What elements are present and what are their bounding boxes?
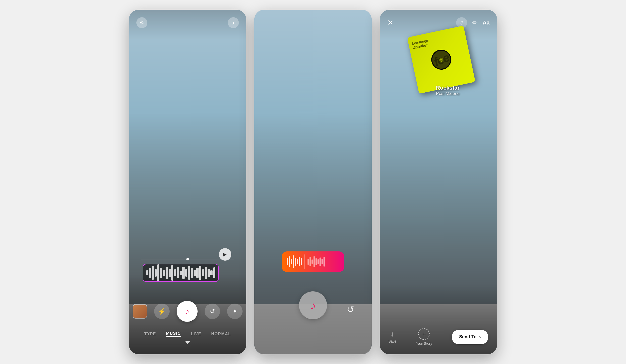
your-story-label: Your Story [416,342,432,346]
mode-music[interactable]: MUSIC [166,331,181,337]
pen-icon[interactable]: ✏ [472,19,478,27]
save-button[interactable]: ↓ Save [388,331,396,343]
text-button[interactable]: Aa [483,19,490,26]
close-button[interactable]: ✕ [387,19,393,26]
music-center-button[interactable]: ♪ [299,291,327,319]
mode-live[interactable]: LIVE [191,332,201,336]
song-artist: Post Malone [436,91,460,96]
forward-icon[interactable]: › [228,17,239,28]
spin-icon[interactable]: ↺ [347,304,354,315]
screen-3: ✕ ☺ ✏ Aa beerbongs&bentleys fee [380,10,497,354]
timeline [141,259,234,259]
flash-button[interactable]: ⚡ [154,304,170,319]
settings-icon[interactable]: ⚙ [136,17,147,28]
screen-1: ⚙ › ▶ [129,10,246,354]
song-title: Rockstar [436,85,460,91]
screen3-topbar: ✕ ☺ ✏ Aa [387,17,490,28]
song-info: Rockstar Post Malone [436,85,460,96]
add-story-icon: + [418,328,430,340]
mode-type[interactable]: TYPE [144,332,156,336]
music-sticker[interactable] [282,251,344,272]
chevron-down-icon [185,341,190,344]
screen-2: ♪ ↺ [254,10,372,354]
save-label: Save [388,339,396,343]
send-to-label: Send To [459,334,477,340]
save-icon: ↓ [391,331,394,338]
music-waveform-sticker[interactable] [143,264,219,282]
gallery-thumbnail[interactable] [133,304,147,319]
your-story-button[interactable]: + Your Story [416,328,432,346]
album-sticker[interactable]: beerbongs&bentleys fee [407,26,475,94]
send-to-button[interactable]: Send To › [452,330,488,344]
play-button[interactable]: ▶ [219,248,231,261]
timer-button[interactable]: ↺ [205,304,220,319]
bottom-action-bar: ↓ Save + Your Story Send To › [380,328,497,346]
music-button-main[interactable]: ♪ [177,301,198,322]
mode-normal[interactable]: NORMAL [211,332,231,336]
effects-button[interactable]: ✦ [227,304,243,319]
send-to-arrow: › [479,334,481,340]
